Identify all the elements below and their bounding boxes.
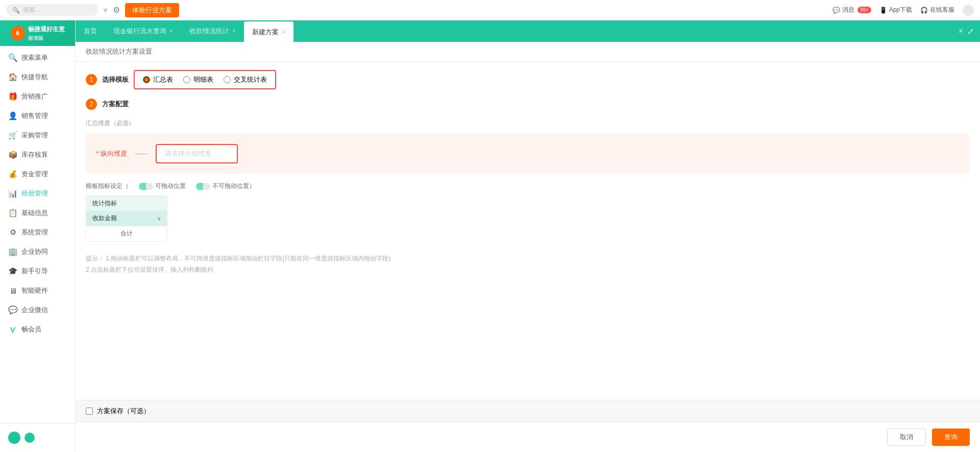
- sidebar-item-label: 企业微信: [21, 305, 48, 315]
- page-content: 收款情况统计方案设置 1 选择模板 汇总表: [76, 42, 980, 452]
- sidebar-item-label: 畅会员: [21, 325, 41, 334]
- stats-column-header[interactable]: 收款金额 ∨: [86, 211, 167, 226]
- app-download-button[interactable]: 📱 App下载: [879, 6, 912, 14]
- settings-button[interactable]: ⚙: [113, 5, 120, 15]
- sidebar-item-member[interactable]: V 畅会员: [0, 320, 75, 339]
- sidebar-item-enterprise[interactable]: 🏢 企业协同: [0, 242, 75, 261]
- user-avatar-bottom2: [24, 433, 35, 443]
- step2-badge: 2: [86, 99, 97, 110]
- radio-summary-label: 汇总表: [153, 75, 173, 84]
- radio-detail-input[interactable]: [183, 76, 190, 83]
- sidebar-item-basic[interactable]: 📋 基础信息: [0, 203, 75, 223]
- member-icon: V: [8, 325, 17, 334]
- online-service-button[interactable]: 🎧 在线客服: [920, 6, 954, 14]
- user-icon: 👤: [8, 111, 17, 121]
- box-icon: 📦: [8, 150, 17, 159]
- app-name: 畅捷通好生意: [28, 25, 65, 34]
- sidebar-item-purchase[interactable]: 🛒 采购管理: [0, 126, 75, 145]
- sidebar-item-hardware[interactable]: 🖥 智能硬件: [0, 281, 75, 300]
- close-window-button[interactable]: ×: [959, 27, 963, 36]
- sidebar-item-label: 采购管理: [21, 131, 48, 140]
- tab-collection-close[interactable]: ×: [232, 28, 236, 35]
- vertical-dimension-label: 纵向维度: [96, 149, 127, 158]
- sidebar-item-guide[interactable]: 🎓 新手引导: [0, 261, 75, 281]
- radio-detail-label: 明细表: [193, 75, 213, 84]
- sidebar-item-quick-nav[interactable]: 🏠 快捷导航: [0, 67, 75, 87]
- stats-header-label: 统计指标: [92, 199, 117, 208]
- cart-icon: 🛒: [8, 131, 17, 140]
- save-checkbox[interactable]: [86, 408, 93, 415]
- sidebar-item-system[interactable]: ⚙ 系统管理: [0, 223, 75, 242]
- metrics-title-text: 模板指标设定（: [86, 182, 129, 189]
- sidebar-item-marketing[interactable]: 🎁 营销推广: [0, 87, 75, 106]
- sidebar-item-operations[interactable]: 📊 经营管理: [0, 184, 75, 203]
- non-draggable-indicator: [196, 183, 210, 190]
- breadcrumb: 收款情况统计方案设置: [86, 47, 152, 55]
- draggable-label: 可拖动位置: [155, 182, 186, 191]
- industry-plan-button[interactable]: 体验行业方案: [125, 3, 179, 17]
- building-icon: 🏢: [8, 247, 17, 256]
- tips-section: 提示： 1.拖动标题栏可以调整布局，不可跨维度或指标区域拖动栏目字段(只能在同一…: [86, 253, 970, 275]
- sidebar-item-label: 智能硬件: [21, 286, 48, 295]
- sidebar-item-inventory[interactable]: 📦 库存核算: [0, 145, 75, 164]
- bottom-action-bar: 取消 查询: [76, 422, 980, 452]
- sidebar-item-finance[interactable]: 💰 资金管理: [0, 164, 75, 184]
- content-area: 首页 现金银行流水查询 × 收款情况统计 × 新建方案 × × ⤢: [76, 20, 980, 452]
- sidebar-bottom: [0, 423, 75, 452]
- tab-new-plan[interactable]: 新建方案 ×: [244, 21, 293, 43]
- sidebar-item-label: 库存核算: [21, 150, 48, 159]
- radio-cross-input[interactable]: [224, 76, 231, 83]
- chart-icon: 📊: [8, 189, 17, 198]
- top-bar: 🔍 搜索... ▾ ⚙ 体验行业方案 💬 消息 99+ 📱 App下载 🎧 在线…: [0, 0, 980, 20]
- user-avatar-bottom: [8, 432, 20, 444]
- dimension-config-label: 汇总维度（必选）: [86, 119, 970, 128]
- radio-cross[interactable]: 交叉统计表: [224, 75, 267, 84]
- user-avatar: [963, 5, 974, 16]
- dropdown-icon[interactable]: ▾: [103, 5, 108, 16]
- dimension-select-placeholder: 请选择分组维度: [165, 150, 211, 157]
- radio-group: 汇总表 明细表 交叉统计表: [143, 75, 267, 84]
- home-icon: 🏠: [8, 73, 17, 82]
- top-search-bar[interactable]: 🔍 搜索...: [6, 4, 98, 16]
- message-badge: 99+: [857, 7, 871, 13]
- sidebar-item-search[interactable]: 🔍 搜索菜单: [0, 48, 75, 67]
- draggable-indicator: [139, 183, 153, 190]
- tab-bank-label: 现金银行流水查询: [113, 27, 166, 36]
- dimension-row: 纵向维度 —— 请选择分组维度: [96, 144, 960, 163]
- tab-bank-close[interactable]: ×: [169, 28, 173, 35]
- step1-title: 选择模板: [102, 75, 129, 84]
- dimension-title: 汇总维度（必选）: [86, 120, 135, 127]
- hardware-icon: 🖥: [8, 286, 17, 295]
- tab-bar: 首页 现金银行流水查询 × 收款情况统计 × 新建方案 × × ⤢: [76, 20, 980, 42]
- dimension-select[interactable]: 请选择分组维度: [156, 144, 238, 163]
- message-icon: 💬: [832, 7, 840, 14]
- query-button[interactable]: 查询: [932, 429, 970, 446]
- stats-total-cell: 合计: [86, 226, 167, 241]
- radio-summary[interactable]: 汇总表: [143, 75, 173, 84]
- cancel-button[interactable]: 取消: [887, 429, 926, 446]
- sidebar-nav: 🔍 搜索菜单 🏠 快捷导航 🎁 营销推广 👤 销售管理 🛒 采购管理 📦: [0, 46, 75, 423]
- gear-icon: ⚙: [8, 228, 17, 237]
- step1-row: 1 选择模板 汇总表 明细表: [86, 70, 970, 89]
- tab-collection-stats[interactable]: 收款情况统计 ×: [181, 20, 244, 42]
- sidebar-bottom-avatar[interactable]: [0, 427, 75, 448]
- app-edition: 标准版: [28, 35, 65, 42]
- expand-window-button[interactable]: ⤢: [967, 27, 974, 36]
- sidebar-item-label: 搜索菜单: [21, 53, 48, 62]
- download-label: App下载: [889, 6, 912, 14]
- clipboard-icon: 📋: [8, 208, 17, 218]
- radio-summary-input[interactable]: [143, 76, 150, 83]
- step2-row: 2 方案配置: [86, 99, 970, 110]
- tab-new-plan-close[interactable]: ×: [282, 29, 285, 36]
- tab-home[interactable]: 首页: [76, 20, 105, 42]
- tab-bank[interactable]: 现金银行流水查询 ×: [105, 20, 181, 42]
- sidebar-item-sales[interactable]: 👤 销售管理: [0, 106, 75, 126]
- service-icon: 🎧: [920, 7, 928, 14]
- top-actions: 💬 消息 99+ 📱 App下载 🎧 在线客服: [832, 5, 974, 16]
- radio-detail[interactable]: 明细表: [183, 75, 213, 84]
- tip1: 提示： 1.拖动标题栏可以调整布局，不可跨维度或指标区域拖动栏目字段(只能在同一…: [86, 253, 970, 265]
- sidebar-item-label: 系统管理: [21, 228, 48, 237]
- user-menu[interactable]: [963, 5, 974, 16]
- sidebar-item-wechat[interactable]: 💬 企业微信: [0, 300, 75, 320]
- message-button[interactable]: 💬 消息 99+: [832, 6, 871, 14]
